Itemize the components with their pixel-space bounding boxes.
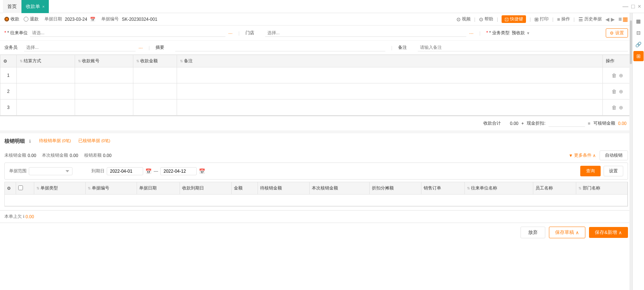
amount-cell-1[interactable] [133,67,177,83]
staff-label: 业务员 [4,44,22,51]
save-new-button[interactable]: 保存&新增 ∧ [589,227,628,238]
list-view-icon[interactable]: ≡ [619,16,622,23]
unit-more-icon[interactable]: ··· [228,30,233,36]
remark-cell-3[interactable] [177,99,603,115]
diff-value: 0.00 [103,153,111,158]
scrollbar-thumb[interactable] [630,20,632,64]
maximize-icon[interactable]: □ [631,3,635,10]
footer-info-icon[interactable]: ℹ [23,214,24,219]
verify-section: 核销明细 ℹ 待核销单据 (0笔) 已核销单据 (0笔) 未核销金额 0.00 … [0,133,632,210]
delete-row-2-icon[interactable]: 🗑 [612,89,617,94]
account-cell-1[interactable] [75,67,133,83]
verify-tabs: 待核销单据 (0笔) 已核销单据 (0笔) [35,137,114,145]
unit-input[interactable] [30,29,225,37]
staff-more-icon[interactable]: ··· [138,45,143,51]
amount-cell-2[interactable] [133,83,177,99]
account-col-header: ⇅ 收款账号 [75,55,133,67]
dept-col-header: ⇅ 部门名称 [576,182,628,195]
more-conditions-btn[interactable]: ▼ 更多条件 ∧ [569,152,596,158]
table-settings-icon[interactable]: ⚙ [3,59,7,64]
staff-input[interactable] [24,44,136,51]
date-calendar-icon[interactable]: 📅 [90,17,95,22]
delete-row-1-icon[interactable]: 🗑 [612,72,617,78]
end-calendar-icon[interactable]: 📅 [199,168,205,174]
sidebar-btn-expand[interactable]: ⊞ [633,51,644,61]
close-window-icon[interactable]: × [638,3,641,10]
toolbar-actions: ⊙ 视频 | ⊙ 帮助 | ⊡ 快捷键 | ⊞ 打印 | ≡ 操作 | [456,15,628,23]
prev-arrow-icon[interactable]: ◀ [605,16,609,22]
biztype-value: 预收款 [512,30,525,36]
settlement-cell-1[interactable] [16,67,75,83]
setting-button[interactable]: ⚙ 设置 [606,28,628,38]
verify-title: 核销明细 [4,138,25,145]
verify-info-icon[interactable]: ℹ [29,139,31,144]
range-select[interactable] [29,167,72,175]
save-draft-button[interactable]: 保存草稿 ∧ [549,227,585,238]
action-shortcuts[interactable]: ⊡ 快捷键 [502,15,526,23]
scrollbar[interactable] [629,13,632,290]
shop-group: 门店 ··· [246,29,474,37]
action-video[interactable]: ⊙ 视频 [456,16,471,22]
copy-row-3-icon[interactable]: ⊕ [619,105,623,110]
summary-input[interactable] [175,44,385,51]
sidebar-btn-link[interactable]: 🔗 [633,39,644,50]
shop-more-icon[interactable]: ··· [469,30,474,36]
table-row: 1 🗑 ⊕ [0,67,632,83]
radio-refund[interactable]: 退款 [24,16,39,22]
account-cell-3[interactable] [75,99,133,115]
radio-receipt[interactable]: 收款 [4,16,19,22]
table-settings2-icon[interactable]: ⚙ [7,186,11,191]
copy-row-2-icon[interactable]: ⊕ [619,89,623,94]
action-history[interactable]: ☰ 历史单据 [578,16,602,22]
account-cell-2[interactable] [75,83,133,99]
check-all-checkbox[interactable] [18,185,23,190]
due-date-end[interactable] [160,167,197,175]
tab-done[interactable]: 已核销单据 (0笔) [75,137,114,145]
remark-col-header: ⇅ 备注 [177,55,603,67]
remark-cell-2[interactable] [177,83,603,99]
unit-group: * 往来单位 ··· [4,29,232,37]
close-tab-icon[interactable]: × [42,4,44,9]
amount-col-header: 金额 [232,182,258,195]
grid-view-icon[interactable]: ▦ [623,16,628,23]
start-calendar-icon[interactable]: 📅 [145,168,152,174]
due-date-start[interactable] [107,167,143,175]
settlement-cell-3[interactable] [16,99,75,115]
copy-row-1-icon[interactable]: ⊕ [619,72,623,78]
remark-group: 备注 [398,44,628,51]
action-print[interactable]: ⊞ 打印 [534,16,549,22]
table-row: 3 🗑 ⊕ [0,99,632,115]
shop-label: 门店 [246,30,263,36]
setting2-button[interactable]: 设置 [604,166,623,176]
delete-row-3-icon[interactable]: 🗑 [612,105,617,110]
biztype-label: * 业务类型 [486,30,510,36]
minimize-icon[interactable]: — [623,3,628,10]
abandon-button[interactable]: 放弃 [521,227,545,238]
nav-home[interactable]: 首页 [3,0,21,13]
shop-input[interactable] [265,29,467,37]
settlement-cell-2[interactable] [16,83,75,99]
auto-verify-button[interactable]: 自动核销 [600,150,628,160]
remark-label: 备注 [398,44,416,51]
remark-cell-1[interactable] [177,67,603,83]
nav-tab-receipts[interactable]: 收款单 × [21,0,49,13]
form-date-group: 单据日期 2023-03-24 📅 [44,16,95,22]
receipt-type-group: 收款 退款 [4,16,39,22]
next-arrow-icon[interactable]: ▶ [611,16,615,22]
amount-cell-3[interactable] [133,99,177,115]
check-col-header: ⚙ [5,182,16,195]
tab-pending[interactable]: 待核销单据 (0笔) [35,137,75,145]
summary-group: 摘要 [156,44,385,51]
remark-input[interactable] [418,44,628,51]
save-new-dropdown-icon[interactable]: ∧ [619,230,622,235]
biztype-dropdown-icon[interactable]: ▾ [527,31,529,36]
discount-input[interactable] [549,120,585,127]
action-operations[interactable]: ≡ 操作 [557,16,570,22]
save-draft-dropdown-icon[interactable]: ∧ [576,230,579,235]
sidebar-btn-grid[interactable]: ▦ [633,16,644,26]
receipt-table-container: ⚙ ⇅ 结算方式 ⇅ 收款账号 ⇅ 收款金额 ⇅ [0,55,632,116]
action-help[interactable]: ⊙ 帮助 [479,16,493,22]
sidebar-btn-list[interactable]: ⊟ [633,28,644,38]
query-button[interactable]: 查询 [580,166,601,176]
number-col-header: ⇅ 单据编号 [85,182,137,195]
